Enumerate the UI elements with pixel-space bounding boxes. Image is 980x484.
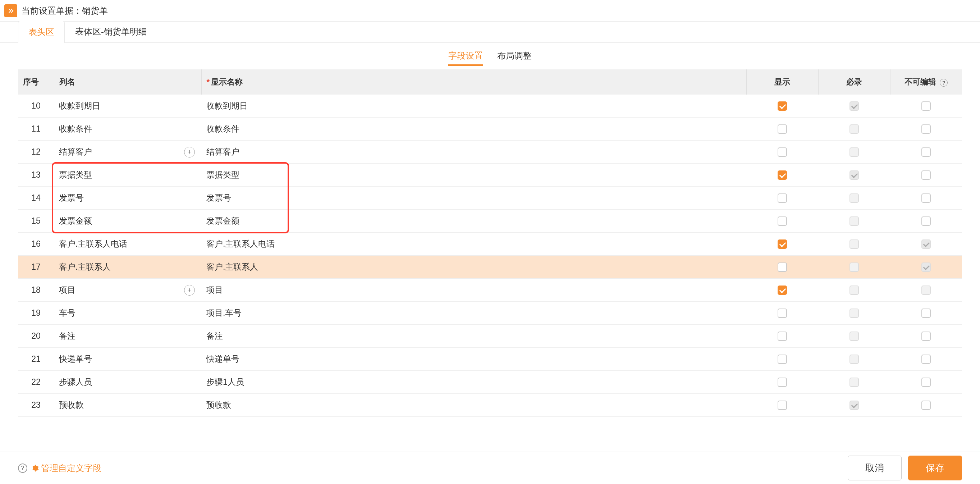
- cell-display[interactable]: 预收款: [201, 394, 746, 417]
- table-row[interactable]: 20备注备注: [18, 325, 962, 348]
- checkbox[interactable]: [921, 124, 931, 134]
- tab-header-area[interactable]: 表头区: [18, 21, 65, 43]
- checkbox: [850, 401, 859, 410]
- fields-table: 序号 列名 *显示名称 显示 必录 不可编辑 ? 10收款到期日收款到期日11收…: [18, 69, 962, 417]
- cell-required: [818, 325, 890, 348]
- cell-show: [746, 325, 818, 348]
- table-row[interactable]: 13票据类型票据类型: [18, 164, 962, 186]
- checkbox[interactable]: [778, 239, 787, 249]
- cell-name: 项目+: [54, 279, 201, 302]
- col-seq-header: 序号: [18, 69, 54, 95]
- checkbox: [850, 217, 859, 226]
- checkbox[interactable]: [778, 124, 787, 134]
- topbar: 当前设置单据：销货单: [0, 0, 980, 22]
- checkbox: [850, 239, 859, 249]
- cell-seq: 17: [18, 256, 54, 279]
- cell-readonly: [890, 348, 962, 371]
- cell-display[interactable]: 票据类型: [201, 164, 746, 186]
- checkbox[interactable]: [778, 377, 787, 387]
- manage-custom-fields-link[interactable]: 管理自定义字段: [31, 462, 101, 474]
- cell-display[interactable]: 发票号: [201, 186, 746, 210]
- cell-display[interactable]: 步骤1人员: [201, 371, 746, 394]
- cell-show: [746, 164, 818, 186]
- manage-custom-fields-label: 管理自定义字段: [41, 462, 101, 474]
- tab-layout-adjust[interactable]: 布局调整: [497, 50, 532, 66]
- table-row[interactable]: 14发票号发票号: [18, 186, 962, 210]
- cell-name: 步骤人员: [54, 371, 201, 394]
- table-row[interactable]: 22步骤人员步骤1人员: [18, 371, 962, 394]
- table-row[interactable]: 11收款条件收款条件: [18, 118, 962, 141]
- checkbox[interactable]: [921, 309, 931, 318]
- checkbox[interactable]: [778, 101, 787, 111]
- checkbox[interactable]: [778, 263, 787, 272]
- cell-required: [818, 118, 890, 141]
- checkbox[interactable]: [778, 401, 787, 410]
- cell-display[interactable]: 客户.主联系人电话: [201, 232, 746, 256]
- checkbox[interactable]: [778, 170, 787, 180]
- checkbox[interactable]: [778, 193, 787, 203]
- cell-show: [746, 371, 818, 394]
- cell-name: 车号: [54, 302, 201, 325]
- cell-seq: 16: [18, 232, 54, 256]
- tab-body-area[interactable]: 表体区-销货单明细: [65, 21, 158, 43]
- cell-name: 票据类型: [54, 164, 201, 186]
- question-icon[interactable]: ?: [18, 463, 27, 473]
- checkbox[interactable]: [921, 170, 931, 180]
- save-button[interactable]: 保存: [908, 455, 962, 481]
- table-row[interactable]: 15发票金额发票金额: [18, 210, 962, 232]
- checkbox: [850, 285, 859, 295]
- checkbox[interactable]: [778, 355, 787, 364]
- page-title: 当前设置单据：销货单: [22, 5, 108, 16]
- cell-show: [746, 256, 818, 279]
- cell-display[interactable]: 结算客户: [201, 141, 746, 164]
- expand-field-button[interactable]: +: [184, 147, 195, 158]
- tab-field-settings[interactable]: 字段设置: [448, 50, 483, 66]
- cell-display[interactable]: 客户.主联系人: [201, 256, 746, 279]
- checkbox[interactable]: [778, 217, 787, 226]
- checkbox[interactable]: [921, 101, 931, 111]
- cell-required: [818, 371, 890, 394]
- primary-tabs: 表头区 表体区-销货单明细: [0, 21, 980, 43]
- cell-display[interactable]: 发票金额: [201, 210, 746, 232]
- checkbox[interactable]: [921, 217, 931, 226]
- cell-display[interactable]: 备注: [201, 325, 746, 348]
- table-row[interactable]: 16客户.主联系人电话客户.主联系人电话: [18, 232, 962, 256]
- checkbox: [850, 170, 859, 180]
- expand-field-button[interactable]: +: [184, 285, 195, 296]
- checkbox[interactable]: [921, 355, 931, 364]
- checkbox[interactable]: [921, 147, 931, 157]
- cell-readonly: [890, 164, 962, 186]
- cell-display[interactable]: 收款条件: [201, 118, 746, 141]
- table-row[interactable]: 21快递单号快递单号: [18, 348, 962, 371]
- cell-display[interactable]: 快递单号: [201, 348, 746, 371]
- checkbox[interactable]: [921, 401, 931, 410]
- cell-name: 发票金额: [54, 210, 201, 232]
- cell-display[interactable]: 收款到期日: [201, 95, 746, 118]
- checkbox[interactable]: [778, 331, 787, 341]
- checkbox[interactable]: [778, 147, 787, 157]
- table-row[interactable]: 17客户.主联系人客户.主联系人: [18, 256, 962, 279]
- checkbox: [921, 285, 931, 295]
- checkbox[interactable]: [921, 377, 931, 387]
- checkbox[interactable]: [778, 309, 787, 318]
- table-row[interactable]: 18项目+项目: [18, 279, 962, 302]
- cell-display[interactable]: 项目: [201, 279, 746, 302]
- table-row[interactable]: 23预收款预收款: [18, 394, 962, 417]
- table-row[interactable]: 19车号项目.车号: [18, 302, 962, 325]
- help-icon[interactable]: ?: [940, 79, 948, 87]
- expand-panel-button[interactable]: [4, 4, 17, 17]
- table-row[interactable]: 10收款到期日收款到期日: [18, 95, 962, 118]
- table-row[interactable]: 12结算客户+结算客户: [18, 141, 962, 164]
- cancel-button[interactable]: 取消: [848, 455, 902, 481]
- cell-display[interactable]: 项目.车号: [201, 302, 746, 325]
- checkbox[interactable]: [921, 331, 931, 341]
- cell-name: 备注: [54, 325, 201, 348]
- title-doc: 销货单: [82, 6, 108, 16]
- cell-name: 快递单号: [54, 348, 201, 371]
- cell-required: [818, 348, 890, 371]
- checkbox[interactable]: [778, 285, 787, 295]
- cell-seq: 21: [18, 348, 54, 371]
- cell-seq: 22: [18, 371, 54, 394]
- checkbox[interactable]: [921, 193, 931, 203]
- cell-seq: 12: [18, 141, 54, 164]
